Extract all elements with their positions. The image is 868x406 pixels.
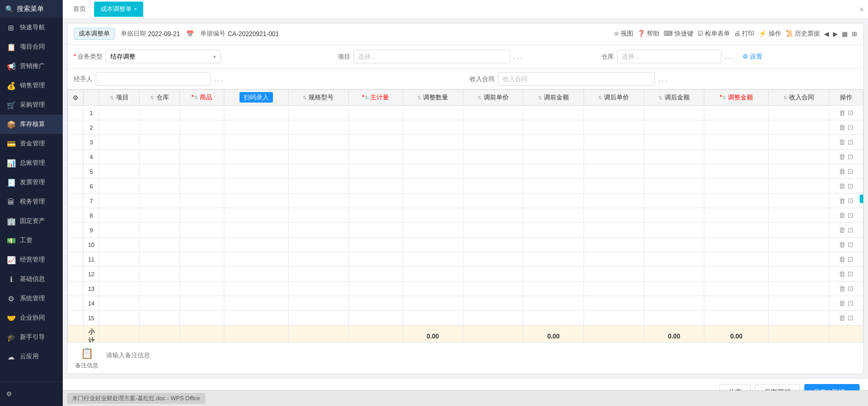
row-scan-6[interactable] [224,179,288,194]
row-before-amount-3[interactable] [523,135,584,150]
row-warehouse-1[interactable] [140,106,180,120]
row-warehouse-2[interactable] [140,120,180,135]
row-adjust-amount-12[interactable] [704,267,769,281]
row-before-price-7[interactable] [463,194,523,208]
row-income-contract-6[interactable] [769,179,829,194]
row-warehouse-12[interactable] [140,267,180,281]
row-adjust-qty-7[interactable] [403,194,463,208]
row-warehouse-8[interactable] [140,208,180,223]
row-unit-7[interactable] [348,194,403,208]
row-after-price-2[interactable] [584,120,644,135]
row-unit-2[interactable] [348,120,403,135]
row-income-contract-2[interactable] [769,120,829,135]
settings-btn[interactable]: ⚙ 设置 [743,52,762,61]
row-copy-15[interactable]: ⊡ [848,314,853,322]
row-copy-6[interactable]: ⊡ [848,182,853,190]
col-after-price[interactable]: ⇅ 调后单价 [584,90,644,106]
sidebar-item-marketing[interactable]: 📢营销推广 [0,57,63,76]
row-project-12[interactable] [99,267,140,281]
row-before-price-3[interactable] [463,135,523,150]
row-warehouse-10[interactable] [140,238,180,252]
row-adjust-qty-6[interactable] [403,179,463,194]
row-before-price-13[interactable] [463,281,523,296]
row-warehouse-7[interactable] [140,194,180,208]
sidebar-item-enterprise[interactable]: 🤝企业协同 [0,308,63,328]
row-after-amount-5[interactable] [644,164,704,179]
row-after-price-14[interactable] [584,296,644,311]
help-btn[interactable]: ❓ 帮助 [637,29,659,38]
row-spec-3[interactable] [288,135,348,150]
row-warehouse-6[interactable] [140,179,180,194]
row-scan-4[interactable] [224,150,288,164]
col-before-amount[interactable]: ⇅ 调前金额 [523,90,584,106]
row-unit-5[interactable] [348,164,403,179]
row-delete-8[interactable]: 🗑 [839,211,846,219]
row-before-amount-7[interactable] [523,194,584,208]
row-goods-3[interactable] [180,135,224,150]
sidebar-item-tax[interactable]: 🏛税务管理 [0,192,63,211]
taskbar-item[interactable]: 木门行业好业财处理方案-墓红红.doc - WPS Office [67,393,205,404]
row-spec-11[interactable] [288,252,348,267]
row-spec-2[interactable] [288,120,348,135]
row-income-contract-3[interactable] [769,135,829,150]
row-after-price-5[interactable] [584,164,644,179]
row-delete-9[interactable]: 🗑 [839,226,846,234]
row-after-amount-14[interactable] [644,296,704,311]
row-before-price-11[interactable] [463,252,523,267]
row-project-14[interactable] [99,296,140,311]
row-after-amount-6[interactable] [644,179,704,194]
sidebar-item-quick-nav[interactable]: ⊞快速导航 [0,18,63,37]
row-before-price-9[interactable] [463,223,523,238]
sidebar-item-purchase[interactable]: 🛒采购管理 [0,95,63,115]
row-after-amount-11[interactable] [644,252,704,267]
row-warehouse-15[interactable] [140,311,180,325]
row-warehouse-14[interactable] [140,296,180,311]
tab-cost-adjustment[interactable]: 成本调整单 × [94,2,143,17]
col-project[interactable]: ⇅ 项目 [99,90,140,106]
row-project-6[interactable] [99,179,140,194]
row-adjust-qty-9[interactable] [403,223,463,238]
row-adjust-amount-5[interactable] [704,164,769,179]
row-income-contract-10[interactable] [769,238,829,252]
row-before-price-6[interactable] [463,179,523,194]
row-scan-13[interactable] [224,281,288,296]
row-scan-14[interactable] [224,296,288,311]
row-before-amount-4[interactable] [523,150,584,164]
col-before-price[interactable]: ⇅ 调前单价 [463,90,523,106]
row-before-amount-13[interactable] [523,281,584,296]
row-before-price-12[interactable] [463,267,523,281]
col-adjust-amount[interactable]: *⇅ 调整金额 [704,90,769,106]
project-input[interactable]: 选择... [353,50,510,63]
row-project-2[interactable] [99,120,140,135]
row-project-9[interactable] [99,223,140,238]
row-before-price-4[interactable] [463,150,523,164]
row-adjust-amount-14[interactable] [704,296,769,311]
row-delete-15[interactable]: 🗑 [839,314,846,322]
row-project-15[interactable] [99,311,140,325]
row-adjust-amount-7[interactable] [704,194,769,208]
row-after-price-3[interactable] [584,135,644,150]
sidebar-item-newbie[interactable]: 🎓新手引导 [0,328,63,347]
row-goods-11[interactable] [180,252,224,267]
row-after-price-1[interactable] [584,106,644,120]
row-spec-9[interactable] [288,223,348,238]
row-after-amount-15[interactable] [644,311,704,325]
row-income-contract-12[interactable] [769,267,829,281]
row-copy-7[interactable]: ⊡ [848,197,853,205]
row-before-amount-5[interactable] [523,164,584,179]
sidebar-item-assets[interactable]: 🏢固定资产 [0,211,63,231]
settings-item[interactable]: ⚙ [0,386,63,402]
row-goods-12[interactable] [180,267,224,281]
row-goods-14[interactable] [180,296,224,311]
row-copy-3[interactable]: ⊡ [848,138,853,146]
shortcut-btn[interactable]: ⌨ 快捷键 [664,29,693,38]
row-adjust-qty-2[interactable] [403,120,463,135]
row-copy-11[interactable]: ⊡ [848,255,853,263]
row-scan-1[interactable] [224,106,288,120]
row-adjust-qty-3[interactable] [403,135,463,150]
sidebar-item-base-info[interactable]: ℹ基础信息 [0,269,63,289]
row-adjust-amount-15[interactable] [704,311,769,325]
actions-btn[interactable]: ⚡ 操作 [759,29,781,38]
row-before-amount-2[interactable] [523,120,584,135]
row-after-amount-4[interactable] [644,150,704,164]
